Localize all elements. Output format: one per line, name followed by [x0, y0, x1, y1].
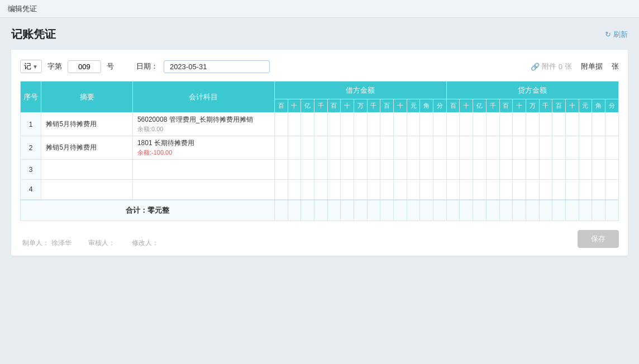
row-1-debit-8[interactable]: [380, 136, 394, 160]
row-3-credit-12[interactable]: [605, 180, 619, 200]
row-3-credit-7[interactable]: [539, 180, 552, 200]
row-0-credit-12[interactable]: [605, 113, 619, 136]
row-3-debit-9[interactable]: [394, 180, 407, 200]
row-1-debit-10[interactable]: [407, 136, 420, 160]
row-0-debit-3[interactable]: [314, 113, 327, 136]
row-1-debit-7[interactable]: [367, 136, 380, 160]
row-1-debit-6[interactable]: [354, 136, 367, 160]
row-3-debit-11[interactable]: [420, 180, 433, 200]
row-1-credit-10[interactable]: [579, 136, 592, 160]
row-1-credit-6[interactable]: [526, 136, 539, 160]
row-1-debit-9[interactable]: [394, 136, 407, 160]
table-row[interactable]: 2摊销5月待摊费用1801 长期待摊费用余额:-100.00: [21, 136, 619, 160]
row-1-summary[interactable]: 摊销5月待摊费用: [41, 136, 133, 160]
row-2-credit-8[interactable]: [552, 160, 566, 180]
row-0-credit-11[interactable]: [592, 113, 605, 136]
row-0-debit-7[interactable]: [367, 113, 380, 136]
row-3-credit-11[interactable]: [592, 180, 605, 200]
row-3-credit-5[interactable]: [513, 180, 526, 200]
row-1-credit-1[interactable]: [460, 136, 473, 160]
row-3-credit-1[interactable]: [460, 180, 473, 200]
row-1-credit-12[interactable]: [605, 136, 619, 160]
row-0-debit-2[interactable]: [301, 113, 314, 136]
row-2-debit-2[interactable]: [301, 160, 314, 180]
row-2-credit-10[interactable]: [579, 160, 592, 180]
row-1-credit-2[interactable]: [473, 136, 487, 160]
row-2-credit-12[interactable]: [605, 160, 619, 180]
fujv-button[interactable]: 附单据: [581, 61, 603, 71]
row-3-credit-6[interactable]: [526, 180, 539, 200]
row-0-debit-1[interactable]: [288, 113, 301, 136]
row-0-debit-5[interactable]: [341, 113, 354, 136]
row-3-debit-5[interactable]: [341, 180, 354, 200]
row-3-debit-12[interactable]: [433, 180, 447, 200]
row-1-debit-0[interactable]: [274, 136, 288, 160]
row-3-debit-1[interactable]: [288, 180, 301, 200]
row-1-credit-5[interactable]: [513, 136, 526, 160]
row-2-credit-0[interactable]: [446, 160, 460, 180]
row-3-account[interactable]: [132, 180, 274, 200]
row-2-credit-5[interactable]: [513, 160, 526, 180]
row-0-debit-10[interactable]: [407, 113, 420, 136]
save-button[interactable]: 保存: [578, 230, 619, 248]
row-3-debit-10[interactable]: [407, 180, 420, 200]
row-0-debit-12[interactable]: [433, 113, 447, 136]
row-2-credit-4[interactable]: [499, 160, 513, 180]
row-1-debit-1[interactable]: [288, 136, 301, 160]
row-2-credit-1[interactable]: [460, 160, 473, 180]
row-3-credit-0[interactable]: [446, 180, 460, 200]
row-2-debit-9[interactable]: [394, 160, 407, 180]
row-3-credit-4[interactable]: [499, 180, 513, 200]
row-2-credit-2[interactable]: [473, 160, 487, 180]
row-3-credit-8[interactable]: [552, 180, 566, 200]
row-1-debit-2[interactable]: [301, 136, 314, 160]
row-0-debit-9[interactable]: [394, 113, 407, 136]
row-0-credit-4[interactable]: [499, 113, 513, 136]
row-2-credit-3[interactable]: [486, 160, 499, 180]
row-3-debit-8[interactable]: [380, 180, 394, 200]
row-0-debit-8[interactable]: [380, 113, 394, 136]
row-1-credit-4[interactable]: [499, 136, 513, 160]
row-1-account[interactable]: 1801 长期待摊费用余额:-100.00: [132, 136, 274, 160]
row-2-debit-4[interactable]: [327, 160, 341, 180]
row-3-debit-4[interactable]: [327, 180, 341, 200]
row-1-credit-7[interactable]: [539, 136, 552, 160]
row-1-debit-11[interactable]: [420, 136, 433, 160]
table-row[interactable]: 4: [21, 180, 619, 200]
row-3-credit-3[interactable]: [486, 180, 499, 200]
row-1-credit-0[interactable]: [446, 136, 460, 160]
row-3-summary[interactable]: [41, 180, 133, 200]
row-3-debit-2[interactable]: [301, 180, 314, 200]
row-0-credit-7[interactable]: [539, 113, 552, 136]
row-1-credit-9[interactable]: [565, 136, 579, 160]
row-2-credit-7[interactable]: [539, 160, 552, 180]
refresh-button[interactable]: ↻ 刷新: [605, 30, 628, 40]
row-3-credit-9[interactable]: [565, 180, 579, 200]
row-2-credit-11[interactable]: [592, 160, 605, 180]
voucher-number-input[interactable]: [68, 60, 101, 73]
row-2-summary[interactable]: [41, 160, 133, 180]
row-2-debit-0[interactable]: [274, 160, 288, 180]
date-input[interactable]: [164, 60, 270, 73]
table-row[interactable]: 1摊销5月待摊费用56020008 管理费用_长期待摊费用摊销余额:0.00: [21, 113, 619, 136]
row-0-summary[interactable]: 摊销5月待摊费用: [41, 113, 133, 136]
row-0-debit-6[interactable]: [354, 113, 367, 136]
row-1-debit-12[interactable]: [433, 136, 447, 160]
row-2-debit-3[interactable]: [314, 160, 327, 180]
row-0-account[interactable]: 56020008 管理费用_长期待摊费用摊销余额:0.00: [132, 113, 274, 136]
voucher-type-select[interactable]: 记 ▼: [20, 60, 42, 73]
row-2-debit-7[interactable]: [367, 160, 380, 180]
row-2-debit-5[interactable]: [341, 160, 354, 180]
row-2-debit-12[interactable]: [433, 160, 447, 180]
row-0-credit-3[interactable]: [486, 113, 499, 136]
row-0-debit-4[interactable]: [327, 113, 341, 136]
row-0-credit-0[interactable]: [446, 113, 460, 136]
row-3-debit-0[interactable]: [274, 180, 288, 200]
row-1-credit-11[interactable]: [592, 136, 605, 160]
row-1-credit-8[interactable]: [552, 136, 566, 160]
row-2-debit-1[interactable]: [288, 160, 301, 180]
row-0-credit-6[interactable]: [526, 113, 539, 136]
row-2-debit-10[interactable]: [407, 160, 420, 180]
row-3-debit-7[interactable]: [367, 180, 380, 200]
row-0-debit-0[interactable]: [274, 113, 288, 136]
